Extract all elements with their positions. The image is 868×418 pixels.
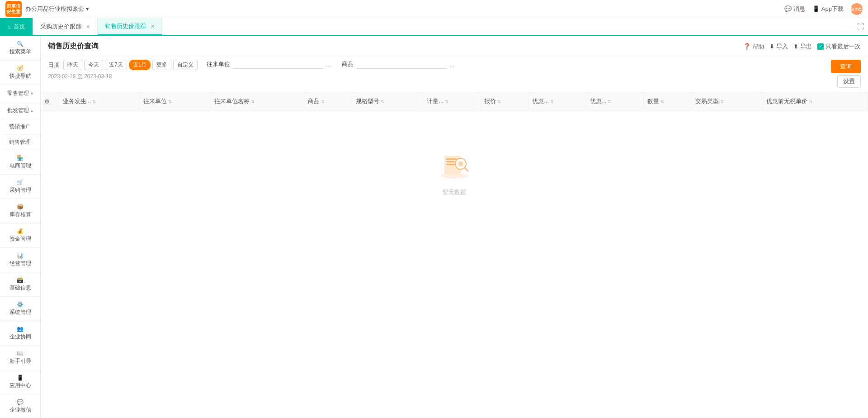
product-dots[interactable]: ... xyxy=(449,61,454,68)
source-unit-field: 往来单位 ... xyxy=(207,60,331,69)
sidebar-item-sales-mgmt[interactable]: 销售管理 xyxy=(4,135,40,150)
sort-icon-discount1[interactable]: ⇅ xyxy=(550,99,554,104)
settings-btn[interactable]: 设置 xyxy=(837,75,861,88)
main-layout: 🔍 搜索菜单 🧭 快捷导航 零售管理 ▾ 批发管理 ▴ 营销推广 销售管理 🏪 … xyxy=(0,36,868,418)
sidebar-item-finance[interactable]: 💰 资金管理 xyxy=(0,223,40,248)
date-btn-today[interactable]: 今天 xyxy=(84,60,103,70)
sidebar-item-operation[interactable]: 📊 经营管理 xyxy=(0,248,40,272)
sort-icon-unit-code[interactable]: ⇅ xyxy=(168,99,172,104)
sidebar-item-system-mgmt[interactable]: ⚙️ 系统管理 xyxy=(0,297,40,321)
th-spec: 规格型号 ⇅ xyxy=(352,93,423,110)
user-profile[interactable]: demo2 xyxy=(851,3,863,15)
sidebar-sub-wholesale: 营销推广 销售管理 xyxy=(0,119,40,150)
tab-sales-history[interactable]: 销售历史价跟踪 ✕ xyxy=(98,18,162,35)
dropdown-icon: ▾ xyxy=(86,5,89,12)
wallet-icon: 💰 xyxy=(17,228,24,234)
sidebar-item-basic-info[interactable]: 🗃️ 基础信息 xyxy=(0,272,40,297)
empty-text: 暂无数据 xyxy=(443,188,466,196)
export-btn[interactable]: ⬆ 导出 xyxy=(793,43,812,51)
th-trade-type: 交易类型 ⇅ xyxy=(691,93,762,110)
product-label: 商品 xyxy=(342,60,354,68)
message-btn[interactable]: 💬 消息 xyxy=(784,5,805,13)
date-btn-yesterday[interactable]: 昨天 xyxy=(63,60,82,70)
import-icon: ⬇ xyxy=(769,43,774,50)
sidebar-item-marketing[interactable]: 营销推广 xyxy=(4,119,40,135)
sidebar-item-wholesale-mgmt[interactable]: 批发管理 ▴ xyxy=(0,102,40,119)
barchart-icon: 📊 xyxy=(17,252,24,259)
settings-icon: ⚙️ xyxy=(17,301,24,308)
tab-minimize-btn[interactable]: — xyxy=(846,23,854,31)
sidebar-item-retail-mgmt[interactable]: 零售管理 ▾ xyxy=(0,85,40,102)
th-product: 商品 ⇅ xyxy=(304,93,352,110)
sort-icon-unit-name[interactable]: ⇅ xyxy=(251,99,255,104)
chevron-up-icon: ▴ xyxy=(31,108,33,113)
app-title: 办公用品行业模拟账套 xyxy=(25,5,84,13)
query-btn[interactable]: 查询 xyxy=(831,60,861,73)
topbar: 前掌信好生意 办公用品行业模拟账套 ▾ 💬 消息 📱 App下载 demo2 xyxy=(0,0,868,18)
source-unit-label: 往来单位 xyxy=(207,60,230,68)
sidebar-item-inventory[interactable]: 📦 库存核算 xyxy=(0,199,40,223)
sidebar-item-ecommerce[interactable]: 🏪 电商管理 xyxy=(0,150,40,175)
product-input[interactable] xyxy=(356,60,447,69)
page-container: 销售历史价查询 ❓ 帮助 ⬇ 导入 ⬆ 导出 ✓ xyxy=(41,36,868,418)
tab-sales-history-close[interactable]: ✕ xyxy=(151,24,155,29)
sidebar-item-guide[interactable]: 📖 新手引导 xyxy=(0,346,40,370)
filter-bar: 日期 昨天 今天 近7天 近1月 更多 自定义 2023-02-18 至 202… xyxy=(41,55,868,93)
source-unit-input[interactable] xyxy=(233,60,323,69)
th-discount1: 优惠... ⇅ xyxy=(528,93,586,110)
date-btn-more[interactable]: 更多 xyxy=(152,60,171,70)
date-btn-custom[interactable]: 自定义 xyxy=(173,60,198,70)
sort-icon-spec[interactable]: ⇅ xyxy=(381,99,384,104)
search-icon: 🔍 xyxy=(17,41,24,47)
product-field: 商品 ... xyxy=(342,60,454,69)
logo: 前掌信好生意 xyxy=(5,1,22,17)
sidebar-item-enterprise[interactable]: 👥 企业协同 xyxy=(0,321,40,346)
store-icon: 🏪 xyxy=(17,155,24,161)
cart-icon: 🛒 xyxy=(17,179,24,185)
box-icon: 📦 xyxy=(17,204,24,210)
date-btn-last7[interactable]: 近7天 xyxy=(105,60,127,70)
topbar-right: 💬 消息 📱 App下载 demo2 xyxy=(784,3,863,15)
filter-actions: 查询 设置 xyxy=(831,60,861,88)
sidebar-item-enterprise-wechat[interactable]: 💬 企业微信 xyxy=(0,394,40,418)
only-last-checkbox-label[interactable]: ✓ 只看最后一次 xyxy=(817,43,861,51)
app-title-dropdown[interactable]: 办公用品行业模拟账套 ▾ xyxy=(25,5,89,13)
sidebar-item-purchase-mgmt[interactable]: 🛒 采购管理 xyxy=(0,175,40,199)
sort-icon-product[interactable]: ⇅ xyxy=(321,99,325,104)
sidebar: 🔍 搜索菜单 🧭 快捷导航 零售管理 ▾ 批发管理 ▴ 营销推广 销售管理 🏪 … xyxy=(0,36,41,418)
sidebar-item-app-center[interactable]: 📱 应用中心 xyxy=(0,370,40,394)
filter-date-section: 日期 昨天 今天 近7天 近1月 更多 自定义 2023-02-18 至 202… xyxy=(48,60,198,81)
sort-icon-pretax-price[interactable]: ⇅ xyxy=(809,99,812,104)
tab-home[interactable]: ⌂ 首页 xyxy=(0,18,33,35)
svg-rect-4 xyxy=(446,164,455,165)
chevron-down-icon: ▾ xyxy=(31,91,33,96)
table-container: ⚙ 业务发生... ⇅ 往来单位 xyxy=(41,93,868,233)
sort-icon-discount2[interactable]: ⇅ xyxy=(608,99,611,104)
table-settings-icon[interactable]: ⚙ xyxy=(44,98,50,105)
sidebar-item-quick-nav[interactable]: 🧭 快捷导航 xyxy=(0,61,40,85)
download-icon: 📱 xyxy=(812,5,820,12)
content-area: 销售历史价查询 ❓ 帮助 ⬇ 导入 ⬆ 导出 ✓ xyxy=(41,36,868,418)
sort-icon-biz-date[interactable]: ⇅ xyxy=(92,99,96,104)
tab-purchase-history-close[interactable]: ✕ xyxy=(86,24,90,30)
empty-state: 暂无数据 xyxy=(41,110,868,233)
th-unit: 计量... ⇅ xyxy=(423,93,481,110)
compass-icon: 🧭 xyxy=(17,65,24,71)
sidebar-item-search-menu[interactable]: 🔍 搜索菜单 xyxy=(0,36,40,61)
sort-icon-trade-type[interactable]: ⇅ xyxy=(720,99,724,104)
sort-icon-unit[interactable]: ⇅ xyxy=(445,99,448,104)
date-btn-last1m[interactable]: 近1月 xyxy=(129,60,151,70)
database-icon: 🗃️ xyxy=(17,277,24,283)
sort-icon-quantity[interactable]: ⇅ xyxy=(660,99,664,104)
help-btn[interactable]: ❓ 帮助 xyxy=(743,43,764,51)
app-download-btn[interactable]: 📱 App下载 xyxy=(812,5,844,13)
tab-purchase-history[interactable]: 采购历史价跟踪 ✕ xyxy=(33,18,98,35)
sort-icon-price[interactable]: ⇅ xyxy=(497,99,501,104)
source-unit-dots[interactable]: ... xyxy=(326,61,331,68)
th-unit-name: 往来单位名称 ⇅ xyxy=(210,93,304,110)
import-btn[interactable]: ⬇ 导入 xyxy=(769,43,788,51)
tab-maximize-btn[interactable]: ⛶ xyxy=(857,23,864,31)
empty-illustration xyxy=(436,147,472,183)
only-last-checkbox[interactable]: ✓ xyxy=(817,43,824,50)
topbar-left: 前掌信好生意 办公用品行业模拟账套 ▾ xyxy=(5,1,89,17)
